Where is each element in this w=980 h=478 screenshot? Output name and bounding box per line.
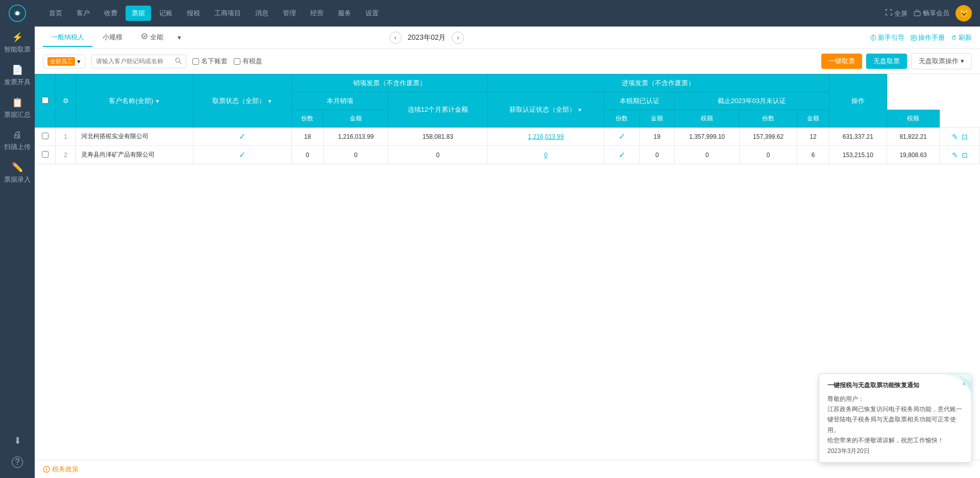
nav-home[interactable]: 首页	[43, 6, 68, 21]
select-all-checkbox[interactable]	[42, 97, 48, 104]
row-notcert-amount: 631,337.21	[829, 128, 887, 146]
current-date: 2023年02月	[408, 33, 446, 42]
one-click-btn[interactable]: 一键取票	[821, 54, 862, 69]
tab-general-taxpayer[interactable]: 一般纳税人	[43, 29, 92, 47]
chevron-down-icon: ▾	[77, 58, 81, 65]
row-num: 2	[56, 146, 76, 164]
row-edit-btn[interactable]: ✎	[952, 133, 958, 141]
fullscreen-btn[interactable]: 全屏	[885, 9, 908, 18]
notif-content: 尊敬的用户： 江苏政务网已恢复访问电子税务局功能，意代账一键登陆电子税务局与无盘…	[827, 394, 963, 456]
account-checkbox[interactable]	[192, 58, 199, 65]
nav-business[interactable]: 工商项目	[208, 6, 247, 21]
sidebar-item-download[interactable]: ⬇	[0, 430, 35, 451]
sidebar-logo	[0, 0, 35, 27]
th-sales-group: 销项发票（不含作废票）	[291, 74, 487, 92]
row-sales-tax: 0	[388, 146, 487, 164]
row-cert-status: ✓	[604, 146, 640, 164]
row-checkbox[interactable]	[42, 151, 48, 158]
nav-management[interactable]: 管理	[277, 6, 302, 21]
nav-service[interactable]: 服务	[332, 6, 357, 21]
row-edit-btn[interactable]: ✎	[952, 151, 958, 159]
sidebar-item-help[interactable]: ?	[0, 451, 35, 473]
search-icon[interactable]	[175, 57, 182, 66]
help-icon: ?	[12, 457, 23, 468]
nav-bookkeeping[interactable]: 记账	[153, 6, 179, 21]
th-sales-count: 份数	[291, 110, 324, 128]
table-row: 1 河北柯搭柅实业有限公司 ✓ 18 1,216,013.99 158,081.…	[35, 128, 980, 146]
th-purchase-group: 进项发票（不含作废票）	[487, 74, 829, 92]
sidebar-item-label: 智能取票	[4, 45, 31, 54]
manual-btn[interactable]: 操作手册	[911, 33, 945, 42]
search-input[interactable]	[96, 58, 173, 65]
nav-settings[interactable]: 设置	[359, 6, 385, 21]
th-purchase-amount-label: 金额	[640, 110, 675, 128]
user-avatar[interactable]: 🐱	[955, 5, 972, 21]
row-status: ✓	[193, 128, 291, 146]
account-checkbox-label[interactable]: 名下账套	[192, 57, 228, 66]
row-sales-cumulative[interactable]: 0	[487, 146, 604, 164]
nav-invoice[interactable]: 票据	[126, 6, 151, 21]
row-status: ✓	[193, 146, 291, 164]
notif-decoration	[930, 374, 971, 399]
th-cert-status: 获取认证状态（全部） ▼	[487, 92, 604, 128]
sidebar-item-scan-upload[interactable]: 🖨 扫描上传	[0, 124, 35, 157]
nav-message[interactable]: 消息	[249, 6, 275, 21]
next-month-btn[interactable]: ›	[452, 32, 464, 44]
row-purchase-tax: 0	[740, 146, 797, 164]
tab-all[interactable]: 全能	[133, 29, 172, 47]
th-settings: ⚙	[56, 74, 76, 128]
tab-small-scale[interactable]: 小规模	[94, 29, 131, 47]
no-disk-ops-btn[interactable]: 无盘取票操作 ▾	[911, 53, 972, 69]
refresh-btn[interactable]: 刷新	[951, 33, 972, 42]
taxdisk-checkbox[interactable]	[234, 58, 240, 65]
th-sales-cumulative: 连续12个月累计金额	[388, 92, 487, 128]
sidebar-item-invoice-summary[interactable]: 📋 票据汇总	[0, 92, 35, 124]
sidebar-item-data-entry[interactable]: ✏️ 票据录入	[0, 157, 35, 189]
tab-more-btn[interactable]: ▾	[174, 32, 185, 43]
row-checkbox[interactable]	[42, 133, 48, 139]
row-purchase-count: 0	[640, 146, 675, 164]
th-sales-amount-label: 金额	[324, 110, 388, 128]
row-customer: 河北柯搭柅实业有限公司	[76, 128, 193, 146]
sidebar-item-invoice-open[interactable]: 📄 发票开具	[0, 59, 35, 92]
no-disk-btn[interactable]: 无盘取票	[866, 54, 907, 69]
employee-tag: 全部员工	[47, 57, 75, 66]
tab-right-actions: i 新手引导 操作手册 刷新	[870, 33, 972, 42]
row-sales-cumulative[interactable]: 1,216,013.99	[487, 128, 604, 146]
th-customer: 客户名称(全部) ▼	[76, 74, 193, 128]
row-sales-count: 0	[291, 146, 324, 164]
nav-collection[interactable]: 收费	[98, 6, 124, 21]
row-notcert-tax: 81,822.21	[887, 128, 940, 146]
customer-filter-icon[interactable]: ▼	[155, 98, 160, 104]
main-table: ⚙ 客户名称(全部) ▼ 取票状态（全部） ▼ 销项发票（不含作废票）	[35, 74, 980, 164]
nav-operation[interactable]: 经营	[304, 6, 330, 21]
row-purchase-amount: 1,357,999.10	[675, 128, 740, 146]
taxdisk-checkbox-label[interactable]: 有税盘	[234, 57, 262, 66]
th-notcert-amount-label: 金额	[797, 110, 829, 128]
member-btn[interactable]: 畅享会员	[914, 9, 949, 18]
row-delete-btn[interactable]: ⊡	[962, 133, 968, 141]
row-checkbox-cell	[35, 146, 56, 164]
svg-line-8	[179, 62, 181, 64]
cert-status-filter-icon[interactable]: ▼	[577, 107, 582, 113]
row-sales-tax: 158,081.83	[388, 128, 487, 146]
row-purchase-tax: 157,399.62	[740, 128, 797, 146]
th-purchase-tax-label: 税额	[675, 110, 740, 128]
topnav: 首页 客户 收费 票据 记账 报税 工商项目 消息 管理 经营 服务 设置 全屏…	[35, 0, 980, 27]
prev-month-btn[interactable]: ‹	[389, 32, 402, 44]
svg-rect-2	[914, 12, 920, 16]
filter-right: 一键取票 无盘取票 无盘取票操作 ▾	[821, 53, 972, 69]
row-delete-btn[interactable]: ⊡	[962, 151, 968, 159]
invoice-summary-icon: 📋	[12, 97, 23, 108]
svg-text:i: i	[46, 466, 47, 473]
settings-icon[interactable]: ⚙	[63, 97, 69, 105]
tax-policy-link[interactable]: i 税务政策	[43, 465, 79, 474]
row-notcert-count: 12	[797, 128, 829, 146]
nav-tax[interactable]: 报税	[181, 6, 206, 21]
sidebar-item-label: 发票开具	[4, 78, 31, 87]
employee-select[interactable]: 全部员工 ▾	[43, 55, 85, 68]
sidebar-item-smart-retrieve[interactable]: ⚡ 智能取票	[0, 27, 35, 59]
status-filter-icon[interactable]: ▼	[267, 98, 272, 104]
nav-customer[interactable]: 客户	[70, 6, 96, 21]
new-guide-btn[interactable]: i 新手引导	[870, 33, 904, 42]
